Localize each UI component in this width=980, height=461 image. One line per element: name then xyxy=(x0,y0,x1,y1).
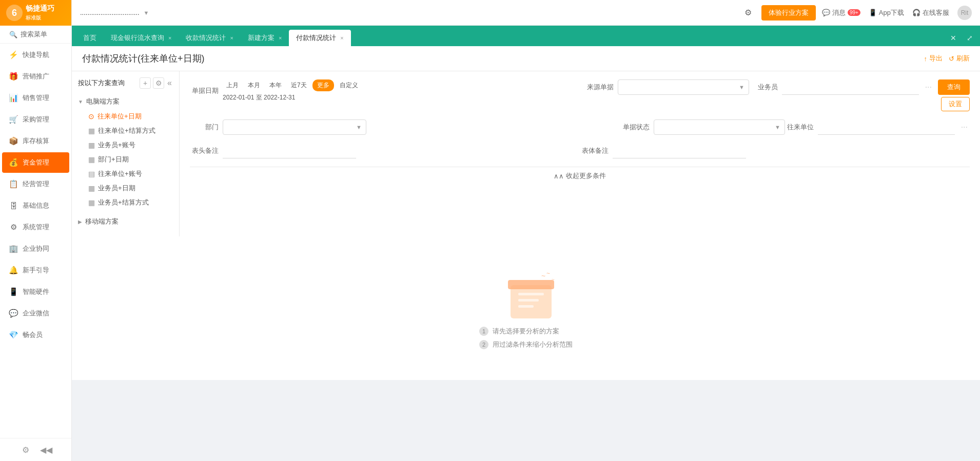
tab-close-new-plan[interactable]: × xyxy=(279,35,282,41)
service-icon: 🎧 xyxy=(912,9,920,16)
sidebar-item-wechat[interactable]: 💬 企业微信 xyxy=(2,303,69,324)
scheme-item-partner-date[interactable]: ⊙ 往来单位+日期 xyxy=(78,109,173,124)
desktop-scheme-list: ⊙ 往来单位+日期 ▦ 往来单位+结算方式 ▦ 业务员+账号 ▦ 部门+日期 ▤… xyxy=(78,109,173,210)
scheme-item-salesman-account[interactable]: ▦ 业务员+账号 xyxy=(78,138,173,152)
app-download-label: App下载 xyxy=(879,8,904,17)
partner-dots[interactable]: ··· xyxy=(959,123,970,132)
sidebar: 6 畅捷通巧 标准版 🔍 搜索菜单 ⚡ 快捷导航 🎁 营销推广 📊 销售管理 🛒… xyxy=(0,0,72,461)
filter-area: 按以下方案查询 + ⚙ « ▼ 电脑端方案 ⊙ 往来单位+日期 ▦ 往来单位 xyxy=(72,71,980,236)
svg-rect-0 xyxy=(511,285,552,318)
scheme-item-salesman-date[interactable]: ▦ 业务员+日期 xyxy=(78,181,173,195)
date-label: 单据日期 xyxy=(190,86,219,95)
maximize-btn[interactable]: ⤢ xyxy=(964,32,976,44)
salesman-input[interactable] xyxy=(782,79,919,95)
scheme-item-salesman-settlement[interactable]: ▦ 业务员+结算方式 xyxy=(78,195,173,210)
topbar-right: 💬 消息 99+ 📱 App下载 🎧 在线客服 Rit xyxy=(822,6,972,20)
tip-num-2: 2 xyxy=(479,340,488,349)
online-service-btn[interactable]: 🎧 在线客服 xyxy=(912,8,949,17)
user-avatar[interactable]: Rit xyxy=(957,6,972,20)
tab-payments[interactable]: 付款情况统计× xyxy=(289,30,350,46)
sidebar-item-coop[interactable]: 🏢 企业协同 xyxy=(2,238,69,259)
sidebar-item-purchase[interactable]: 🛒 采购管理 xyxy=(2,109,69,130)
date-this-year-btn[interactable]: 本年 xyxy=(266,79,285,91)
scheme-desktop-header[interactable]: ▼ 电脑端方案 xyxy=(78,96,173,107)
scheme-item-partner-account[interactable]: ▤ 往来单位+账号 xyxy=(78,167,173,181)
source-doc-arrow: ▼ xyxy=(739,84,744,90)
dept-field: 部门 ▼ xyxy=(190,119,621,135)
scheme-label-salesman-date: 业务员+日期 xyxy=(98,184,135,193)
salesman-dots[interactable]: ··· xyxy=(923,83,934,92)
logo-sub: 标准版 xyxy=(26,14,54,22)
tip-text-2: 用过滤条件来缩小分析范围 xyxy=(493,340,573,349)
tab-cashflow[interactable]: 现金银行流水查询× xyxy=(104,30,179,46)
sidebar-item-basic-info[interactable]: 🗄 基础信息 xyxy=(2,195,69,216)
sidebar-item-smart-hw[interactable]: 📱 智能硬件 xyxy=(2,282,69,302)
tab-new-plan[interactable]: 新建方案× xyxy=(241,30,289,46)
close-tab-btn[interactable]: ✕ xyxy=(947,32,959,44)
sidebar-item-vip[interactable]: 💎 畅会员 xyxy=(2,325,69,345)
sidebar-item-search-menu[interactable]: 🔍 搜索菜单 xyxy=(0,26,71,44)
logo-icon: 6 xyxy=(6,5,23,21)
tab-receipts[interactable]: 收款情况统计× xyxy=(179,30,240,46)
page-header: 付款情况统计(往来单位+日期) ↑ 导出 ↺ 刷新 xyxy=(72,46,980,71)
dept-label: 部门 xyxy=(190,123,219,132)
topbar-settings-btn[interactable]: ⚙ xyxy=(741,6,755,20)
add-scheme-btn[interactable]: + xyxy=(140,77,151,89)
scheme-settings-btn[interactable]: ⚙ xyxy=(153,77,164,89)
sidebar-item-marketing[interactable]: 🎁 营销推广 xyxy=(2,66,69,87)
topbar: ................................ ▼ ⚙ 体验行… xyxy=(72,0,980,26)
tab-close-receipts[interactable]: × xyxy=(230,35,233,41)
sidebar-icon-vip: 💎 xyxy=(8,330,18,340)
sidebar-item-system[interactable]: ⚙ 系统管理 xyxy=(2,217,69,237)
tab-close-payments[interactable]: × xyxy=(340,35,343,41)
page-content: 付款情况统计(往来单位+日期) ↑ 导出 ↺ 刷新 按以下方案查询 + xyxy=(72,46,980,461)
scheme-mobile-category: ▶ 移动端方案 xyxy=(72,213,179,230)
date-last-month-btn[interactable]: 上月 xyxy=(223,79,242,91)
tab-close-cashflow[interactable]: × xyxy=(168,35,171,41)
tab-label-cashflow: 现金银行流水查询 xyxy=(111,33,164,43)
header-notes-input[interactable] xyxy=(223,143,356,158)
filter-settings-btn[interactable]: 设置 xyxy=(941,97,970,111)
sidebar-collapse-btn[interactable]: ◀◀ xyxy=(39,443,53,457)
sidebar-item-guide[interactable]: 🔔 新手引导 xyxy=(2,260,69,280)
empty-tip-2: 2 用过滤条件来缩小分析范围 xyxy=(479,340,573,349)
doc-status-select[interactable]: ▼ xyxy=(654,119,785,135)
sidebar-item-operation[interactable]: 📋 经营管理 xyxy=(2,174,69,194)
sidebar-item-inventory[interactable]: 📦 库存核算 xyxy=(2,131,69,151)
scheme-item-partner-settlement[interactable]: ▦ 往来单位+结算方式 xyxy=(78,124,173,138)
scheme-label-partner-account: 往来单位+账号 xyxy=(98,169,142,178)
body-notes-input[interactable] xyxy=(613,143,746,158)
sidebar-item-finance[interactable]: 💰 资金管理 xyxy=(2,152,69,173)
tip-num-1: 1 xyxy=(479,327,488,336)
messages-btn[interactable]: 💬 消息 99+ xyxy=(822,8,860,17)
export-btn[interactable]: ↑ 导出 xyxy=(924,54,943,63)
tab-bar: 首页现金银行流水查询×收款情况统计×新建方案×付款情况统计× ✕ ⤢ xyxy=(72,26,980,46)
date-more-btn[interactable]: 更多 xyxy=(312,79,334,91)
sidebar-item-sales[interactable]: 📊 销售管理 xyxy=(2,88,69,108)
sidebar-item-quick-nav[interactable]: ⚡ 快捷导航 xyxy=(2,45,69,65)
export-icon: ↑ xyxy=(924,55,928,63)
scheme-mobile-header[interactable]: ▶ 移动端方案 xyxy=(78,216,173,227)
sidebar-label-coop: 企业协同 xyxy=(23,244,49,253)
collapse-bar[interactable]: ∧∧ 收起更多条件 xyxy=(190,167,970,185)
sidebar-label-vip: 畅会员 xyxy=(23,330,43,339)
date-field: 单据日期 上月 本月 本年 近7天 更多 自定义 2022-01-01 至 20… xyxy=(190,79,585,102)
date-custom-btn[interactable]: 自定义 xyxy=(336,79,362,91)
date-7days-btn[interactable]: 近7天 xyxy=(287,79,310,91)
source-doc-select[interactable]: ▼ xyxy=(618,79,749,95)
scheme-collapse-btn[interactable]: « xyxy=(166,77,173,89)
date-this-month-btn[interactable]: 本月 xyxy=(244,79,264,91)
refresh-btn[interactable]: ↺ 刷新 xyxy=(949,54,970,63)
dept-select[interactable]: ▼ xyxy=(223,119,366,135)
trial-btn[interactable]: 体验行业方案 xyxy=(761,5,816,21)
tab-home[interactable]: 首页 xyxy=(76,30,104,46)
query-btn[interactable]: 查询 xyxy=(938,79,970,95)
partner-input[interactable] xyxy=(818,119,955,135)
sidebar-settings-btn[interactable]: ⚙ xyxy=(18,443,33,457)
desktop-label: 电脑端方案 xyxy=(86,97,120,106)
svg-rect-1 xyxy=(508,280,554,289)
app-download-btn[interactable]: 📱 App下载 xyxy=(869,8,904,17)
main-area: ................................ ▼ ⚙ 体验行… xyxy=(72,0,980,461)
scheme-item-dept-date[interactable]: ▦ 部门+日期 xyxy=(78,152,173,167)
sidebar-icon-guide: 🔔 xyxy=(8,265,18,275)
